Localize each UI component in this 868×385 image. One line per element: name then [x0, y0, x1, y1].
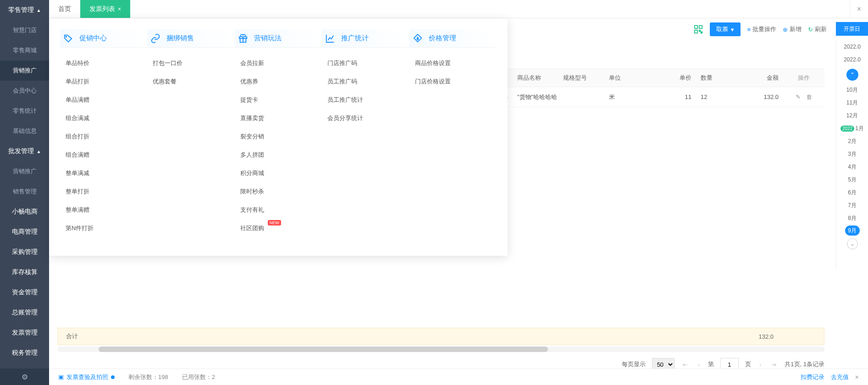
timeline-month[interactable]: 2月: [836, 135, 868, 148]
mega-item[interactable]: 会员分享统计: [322, 109, 409, 127]
close-bottom-icon[interactable]: ×: [855, 374, 859, 381]
mega-item[interactable]: 商品价格设置: [409, 54, 497, 72]
caret-up-icon: ▲: [37, 149, 41, 154]
mega-item[interactable]: 组合打折: [60, 127, 147, 146]
tab-home[interactable]: 首页: [49, 0, 80, 18]
timeline-month[interactable]: 5月: [836, 173, 868, 186]
sidebar-group-purchase[interactable]: 采购管理: [0, 242, 49, 262]
mega-item[interactable]: 社区团购NEW: [235, 219, 322, 237]
total-label: 合计: [58, 332, 78, 341]
sidebar-item-smart-store[interactable]: 智慧门店: [0, 20, 49, 40]
new-button[interactable]: ⊕新增: [783, 25, 802, 33]
sidebar-group-tax[interactable]: 税务管理: [0, 343, 49, 363]
mega-item[interactable]: 单品满赠: [60, 91, 147, 109]
mega-header-price: 价格管理: [409, 29, 497, 48]
timeline-month[interactable]: 3月: [836, 148, 868, 160]
mega-item[interactable]: 整单打折: [60, 182, 147, 201]
mega-item[interactable]: 员工推广码: [322, 72, 409, 91]
svg-rect-2: [695, 30, 697, 33]
open-date-button[interactable]: 开票日: [836, 22, 868, 36]
horizontal-scrollbar[interactable]: [57, 346, 824, 352]
sidebar-item-member-center[interactable]: 会员中心: [0, 81, 49, 101]
timeline-month[interactable]: 8月: [836, 212, 868, 225]
first-page-icon[interactable]: ⇤: [681, 361, 690, 368]
price-tag-icon: [411, 32, 424, 45]
mega-item[interactable]: 第N件打折: [60, 219, 147, 237]
mega-item[interactable]: 多人拼团: [235, 146, 322, 164]
mega-item[interactable]: 提货卡: [235, 91, 322, 109]
scroll-up-icon[interactable]: ⌃: [846, 69, 858, 81]
timeline-month[interactable]: 7月: [836, 199, 868, 212]
col-op: 操作: [783, 74, 824, 82]
total-bar: 合计 132.0: [57, 328, 824, 345]
refresh-button[interactable]: ↻刷新: [808, 25, 827, 33]
mega-item[interactable]: 积分商城: [235, 164, 322, 182]
mega-item[interactable]: 整单满赠: [60, 201, 147, 219]
mega-item[interactable]: 组合满赠: [60, 146, 147, 164]
timeline-month[interactable]: 11月: [836, 96, 868, 109]
mega-item[interactable]: 限时秒杀: [235, 182, 322, 201]
close-all-tabs[interactable]: ×: [850, 0, 868, 18]
sidebar-item-retail-mall[interactable]: 零售商城: [0, 40, 49, 60]
sidebar-group-ecommerce-xc[interactable]: 小畅电商: [0, 202, 49, 222]
mega-item[interactable]: 优惠套餐: [147, 72, 234, 91]
invoice-check-link[interactable]: ▣ 发票查验及拍照: [58, 373, 115, 381]
sidebar-group-wholesale[interactable]: 批发管理▲: [0, 141, 49, 161]
sidebar-group-invoice[interactable]: 发票管理: [0, 323, 49, 343]
mega-item[interactable]: 会员拉新: [235, 54, 322, 72]
prev-page-icon[interactable]: ‹: [696, 361, 702, 368]
mega-item[interactable]: 打包一口价: [147, 54, 234, 72]
timeline-year-month[interactable]: 20221月: [836, 122, 868, 135]
sidebar-settings[interactable]: ⚙: [0, 368, 49, 385]
sidebar-group-ledger[interactable]: 总账管理: [0, 302, 49, 323]
timeline-month[interactable]: 10月: [836, 83, 868, 96]
timeline-month[interactable]: 12月: [836, 109, 868, 122]
sidebar-item-basic-info[interactable]: 基础信息: [0, 121, 49, 141]
mega-item[interactable]: 整单满减: [60, 164, 147, 182]
last-page-icon[interactable]: ⇥: [769, 361, 778, 368]
mega-item[interactable]: 门店价格设置: [409, 72, 497, 91]
mega-item[interactable]: 支付有礼: [235, 201, 322, 219]
timeline-month-active[interactable]: 9月: [845, 226, 860, 236]
timeline-month[interactable]: 4月: [836, 160, 868, 173]
mega-item[interactable]: 员工推广统计: [322, 91, 409, 109]
gear-icon: ⚙: [22, 373, 28, 381]
timeline-month[interactable]: 6月: [836, 186, 868, 199]
sidebar-item-retail-stats[interactable]: 零售统计: [0, 101, 49, 121]
scrollbar-thumb[interactable]: [99, 346, 548, 352]
sidebar-group-ecommerce-mgmt[interactable]: 电商管理: [0, 222, 49, 242]
tab-invoice-list[interactable]: 发票列表×: [80, 0, 130, 18]
mega-item[interactable]: 门店推广码: [322, 54, 409, 72]
edit-icon[interactable]: ✎: [796, 94, 801, 100]
sidebar-item-wholesale-marketing[interactable]: 营销推广: [0, 161, 49, 182]
recharge-link[interactable]: 去充值: [831, 373, 849, 381]
qr-scan-icon[interactable]: [693, 24, 703, 34]
fetch-invoice-button[interactable]: 取票▾: [710, 22, 741, 36]
mega-item[interactable]: 优惠券: [235, 72, 322, 91]
sidebar: 零售管理▲ 智慧门店 零售商城 营销推广 会员中心 零售统计 基础信息 批发管理…: [0, 0, 49, 385]
page-prefix: 第: [708, 360, 714, 368]
chart-icon: [324, 32, 337, 45]
timeline-item[interactable]: 2022.0: [836, 40, 868, 53]
sidebar-group-inventory[interactable]: 库存核算: [0, 262, 49, 282]
mega-col-bundle: 捆绑销售 打包一口价 优惠套餐: [147, 29, 234, 237]
batch-ops-button[interactable]: ≡批量操作: [747, 25, 776, 33]
close-icon: ×: [857, 5, 861, 13]
delete-icon[interactable]: 🗑: [806, 94, 812, 100]
sidebar-item-marketing[interactable]: 营销推广: [0, 60, 49, 81]
mega-item[interactable]: 组合满减: [60, 109, 147, 127]
mega-header-bundle: 捆绑销售: [147, 29, 234, 48]
sidebar-item-sales-mgmt[interactable]: 销售管理: [0, 182, 49, 202]
mega-item[interactable]: 直播卖货: [235, 109, 322, 127]
sidebar-group-retail[interactable]: 零售管理▲: [0, 0, 49, 20]
mega-item[interactable]: 裂变分销: [235, 127, 322, 146]
timeline-item[interactable]: 2022.0: [836, 53, 868, 66]
close-icon[interactable]: ×: [118, 6, 121, 12]
mega-item[interactable]: 单品打折: [60, 72, 147, 91]
sidebar-group-funds[interactable]: 资金管理: [0, 282, 49, 302]
mega-item[interactable]: 单品特价: [60, 54, 147, 72]
used-count: 已用张数：2: [182, 373, 215, 381]
scroll-down-icon[interactable]: ⌄: [847, 238, 858, 249]
deduction-log-link[interactable]: 扣费记录: [801, 373, 824, 381]
next-page-icon[interactable]: ›: [757, 361, 763, 368]
